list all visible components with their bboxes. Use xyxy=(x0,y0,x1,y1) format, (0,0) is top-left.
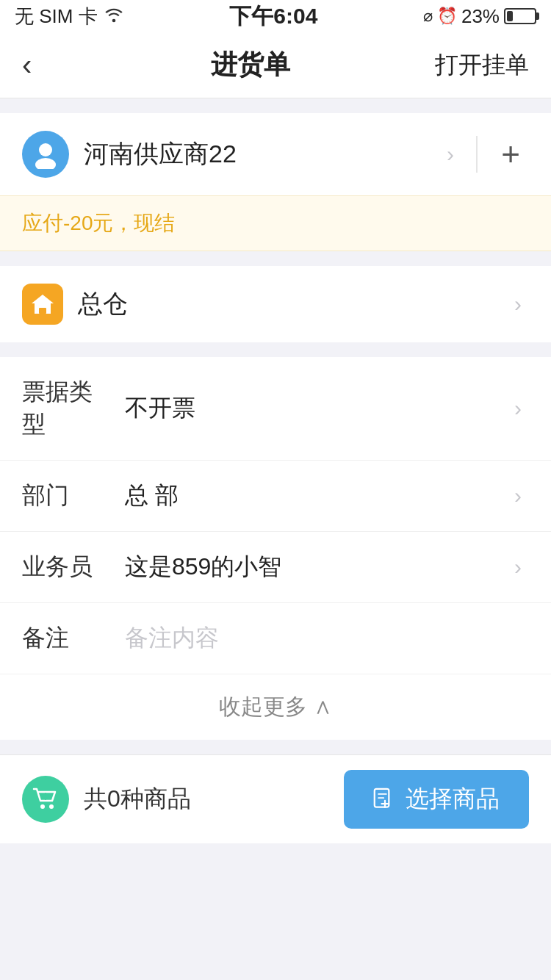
supplier-avatar xyxy=(22,131,69,178)
supplier-row[interactable]: 河南供应商22 › + xyxy=(0,113,551,195)
alarm-icon: ⏰ xyxy=(437,7,457,26)
status-bar: 无 SIM 卡 下午6:04 ⌀ ⏰ 23% xyxy=(0,0,551,32)
salesperson-label: 业务员 xyxy=(22,551,110,583)
battery-icon xyxy=(504,8,536,24)
open-pending-button[interactable]: 打开挂单 xyxy=(435,49,529,82)
page-title: 进货单 xyxy=(211,47,290,83)
warehouse-row[interactable]: 总仓 › xyxy=(0,266,551,342)
department-label: 部门 xyxy=(22,480,110,512)
cart-icon-wrap xyxy=(22,776,69,823)
form-card: 票据类型 不开票 › 部门 总 部 › 业务员 这是859的小智 › 备注 备注… xyxy=(0,357,551,740)
select-product-button[interactable]: 选择商品 xyxy=(344,770,529,829)
supplier-name: 河南供应商22 xyxy=(84,137,447,171)
remark-row[interactable]: 备注 备注内容 xyxy=(0,602,551,674)
status-left: 无 SIM 卡 xyxy=(15,4,124,29)
wifi-icon xyxy=(104,5,124,28)
nav-bar: ‹ 进货单 打开挂单 xyxy=(0,32,551,98)
invoice-label: 票据类型 xyxy=(22,376,110,441)
svg-point-1 xyxy=(35,158,56,169)
cart-icon xyxy=(32,786,59,813)
svg-point-4 xyxy=(49,804,54,809)
department-row[interactable]: 部门 总 部 › xyxy=(0,460,551,531)
section-gap-3 xyxy=(0,342,551,357)
select-product-label: 选择商品 xyxy=(406,783,500,815)
notice-bar: 应付-20元，现结 xyxy=(0,195,551,251)
select-product-icon xyxy=(373,788,397,811)
notice-text: 应付-20元，现结 xyxy=(22,212,175,234)
section-gap-2 xyxy=(0,251,551,266)
battery-percent: 23% xyxy=(461,5,500,28)
salesperson-row[interactable]: 业务员 这是859的小智 › xyxy=(0,531,551,602)
carrier-label: 无 SIM 卡 xyxy=(15,4,98,29)
svg-point-0 xyxy=(39,143,52,156)
supplier-divider xyxy=(476,136,478,173)
bottom-bar: 共0种商品 选择商品 xyxy=(0,754,551,843)
collapse-row[interactable]: 收起更多 ∧ xyxy=(0,674,551,740)
house-icon xyxy=(30,292,55,317)
department-value: 总 部 xyxy=(110,480,514,512)
location-icon: ⌀ xyxy=(423,7,433,26)
add-supplier-button[interactable]: + xyxy=(492,136,529,173)
salesperson-chevron-icon: › xyxy=(514,555,522,580)
collapse-label: 收起更多 ∧ xyxy=(219,694,331,718)
product-count: 共0种商品 xyxy=(84,783,329,815)
back-button[interactable]: ‹ xyxy=(22,48,66,82)
remark-label: 备注 xyxy=(22,622,110,655)
main-content: 河南供应商22 › + 应付-20元，现结 总仓 › 票据 xyxy=(0,98,551,843)
person-icon xyxy=(31,140,60,169)
section-gap-4 xyxy=(0,740,551,754)
invoice-value: 不开票 xyxy=(110,392,514,425)
supplier-card: 河南供应商22 › + 应付-20元，现结 xyxy=(0,113,551,251)
invoice-chevron-icon: › xyxy=(514,396,522,421)
invoice-row[interactable]: 票据类型 不开票 › xyxy=(0,357,551,460)
status-right: ⌀ ⏰ 23% xyxy=(423,5,536,28)
svg-point-3 xyxy=(40,804,45,809)
warehouse-chevron-icon: › xyxy=(514,292,522,317)
section-gap-1 xyxy=(0,98,551,113)
department-chevron-icon: › xyxy=(514,483,522,508)
status-time: 下午6:04 xyxy=(229,1,317,32)
supplier-chevron-icon: › xyxy=(447,142,454,167)
warehouse-name: 总仓 xyxy=(78,287,514,321)
warehouse-card: 总仓 › xyxy=(0,266,551,342)
svg-rect-2 xyxy=(39,308,46,314)
remark-input[interactable]: 备注内容 xyxy=(110,622,529,655)
salesperson-value: 这是859的小智 xyxy=(110,551,514,583)
warehouse-icon xyxy=(22,284,63,325)
